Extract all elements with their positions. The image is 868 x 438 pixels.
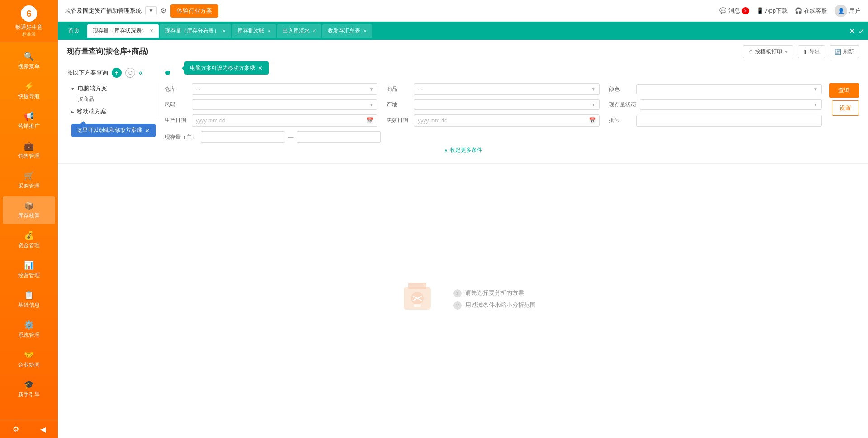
filter-production-date: 生产日期 yyyy-mm-dd 📅 <box>165 114 377 127</box>
warehouse-select[interactable]: ··· ▼ <box>192 83 377 95</box>
sidebar-item-system[interactable]: ⚙️ 系统管理 <box>3 316 55 344</box>
search-icon: 🔍 <box>24 52 34 61</box>
sidebar-item-search[interactable]: 🔍 搜索菜单 <box>3 47 55 75</box>
filter-body: ▼ 电脑端方案 按商品 ▶ 移动端方案 这里可以创建和修改方案哦 ✕ <box>67 83 859 143</box>
tooltip-close-icon[interactable]: ✕ <box>145 127 150 134</box>
tab-close-icon[interactable]: ✕ <box>312 28 316 33</box>
collapse-conditions-btn[interactable]: ∧ 收起更多条件 <box>67 143 859 158</box>
trial-btn[interactable]: 体验行业方案 <box>170 4 218 18</box>
tab-inventory-dist[interactable]: 现存量（库存分布表） ✕ <box>160 24 231 38</box>
batch-input[interactable] <box>636 115 822 127</box>
collapse-label: 收起更多条件 <box>450 146 482 154</box>
scheme-label: 移动端方案 <box>77 108 106 116</box>
tab-inventory-status[interactable]: 现存量（库存状况表） ✕ <box>87 24 159 38</box>
tooltip-text: 电脑方案可设为移动方案哦 <box>190 64 255 72</box>
sidebar-item-marketing[interactable]: 📢 营销推广 <box>3 107 55 135</box>
sidebar-item-quick[interactable]: ⚡ 快捷导航 <box>3 77 55 105</box>
topbar-gear-icon[interactable]: ⚙ <box>160 6 167 15</box>
maximize-icon[interactable]: ⤢ <box>859 27 864 35</box>
sidebar-item-purchase[interactable]: 🛒 采购管理 <box>3 166 55 194</box>
content-area: 现存量查询(按仓库+商品) 🖨 按模板打印 ▼ ⬆ 导出 🔄 刷新 <box>58 40 868 438</box>
tab-close-icon[interactable]: ✕ <box>150 28 153 33</box>
tab-close-icon[interactable]: ✕ <box>222 28 226 33</box>
print-btn[interactable]: 🖨 按模板打印 ▼ <box>743 45 793 58</box>
goods-label: 商品 <box>387 85 410 93</box>
sidebar-item-enterprise[interactable]: 🤝 企业协同 <box>3 345 55 373</box>
sidebar-item-label: 企业协同 <box>18 361 40 369</box>
add-scheme-btn[interactable]: + <box>112 68 122 78</box>
sidebar-item-inventory[interactable]: 📦 库存核算 <box>3 196 55 224</box>
logo-text: 畅通好生意 <box>15 24 42 31</box>
tab-in-out-flow[interactable]: 出入库流水 ✕ <box>277 24 321 38</box>
quick-icon: ⚡ <box>24 81 34 91</box>
close-tab-icon[interactable]: ✕ <box>849 27 855 35</box>
query-btn[interactable]: 查询 <box>829 83 859 98</box>
stock-qty-min[interactable] <box>201 131 285 143</box>
topbar-right: 💬 消息 9 📱 App下载 🎧 在线客服 👤 用户 <box>719 5 861 17</box>
warehouse-dots: ··· <box>196 86 200 92</box>
sidebar-item-sales[interactable]: 💼 销售管理 <box>3 137 55 165</box>
sidebar-item-label: 营销推广 <box>18 122 40 130</box>
origin-select[interactable]: ▼ <box>414 99 599 110</box>
basic-icon: 📋 <box>24 290 34 300</box>
print-arrow-icon: ▼ <box>784 49 788 54</box>
scheme-mobile[interactable]: ▶ 移动端方案 <box>67 106 153 117</box>
scheme-label: 电脑端方案 <box>78 85 107 93</box>
operation-icon: 📊 <box>24 260 34 270</box>
sidebar-item-basic[interactable]: 📋 基础信息 <box>3 286 55 314</box>
stock-qty-max[interactable] <box>297 131 381 143</box>
page-title: 现存量查询(按仓库+商品) <box>67 47 148 57</box>
sidebar-item-label: 系统管理 <box>18 331 40 339</box>
batch-label: 批号 <box>609 117 632 124</box>
sync-scheme-btn[interactable]: ↺ <box>125 68 135 78</box>
collapse-up-icon: ∧ <box>444 147 448 154</box>
range-dash: — <box>288 134 294 141</box>
scheme-sub-item[interactable]: 按商品 <box>67 94 153 104</box>
app-download-btn[interactable]: 📱 App下载 <box>756 7 788 15</box>
sidebar-item-label: 搜索菜单 <box>18 63 40 71</box>
refresh-btn[interactable]: 🔄 刷新 <box>830 45 859 58</box>
tab-label: 收发存汇总表 <box>328 27 360 35</box>
sidebar-item-label: 基础信息 <box>18 301 40 309</box>
support-btn[interactable]: 🎧 在线客服 <box>795 7 827 15</box>
filter-batch: 批号 <box>609 114 822 127</box>
stock-status-select[interactable]: ▼ <box>640 99 822 110</box>
sidebar-item-guide[interactable]: 🎓 新手引导 <box>3 375 55 403</box>
stock-status-label: 现存量状态 <box>609 101 636 108</box>
sidebar-item-finance[interactable]: 💰 资金管理 <box>3 226 55 254</box>
arrow-scheme-btn[interactable]: « <box>139 69 143 77</box>
system-dropdown-btn[interactable]: ▼ <box>145 6 157 15</box>
message-btn[interactable]: 💬 消息 9 <box>719 7 749 15</box>
sidebar-item-operation[interactable]: 📊 经营管理 <box>3 256 55 284</box>
empty-illustration <box>390 269 444 333</box>
expiry-date-label: 失效日期 <box>387 117 410 124</box>
stock-qty-label: 现存量（主） <box>165 133 197 141</box>
production-date-input[interactable]: yyyy-mm-dd 📅 <box>192 114 377 127</box>
tab-home[interactable]: 首页 <box>61 24 86 38</box>
setting-btn[interactable]: 设置 <box>832 100 859 116</box>
warehouse-label: 仓库 <box>165 85 188 93</box>
size-select[interactable]: ▼ <box>192 99 377 110</box>
settings-bottom-btn[interactable]: ⚙ <box>13 425 19 433</box>
connector-dot <box>165 71 170 75</box>
filter-warehouse: 仓库 ··· ▼ <box>165 83 377 95</box>
app-label: App下载 <box>765 7 788 15</box>
tab-close-icon[interactable]: ✕ <box>363 28 367 33</box>
tab-batch-account[interactable]: 库存批次账 ✕ <box>232 24 276 38</box>
tooltip-text: 这里可以创建和修改方案哦 <box>77 127 142 134</box>
export-btn[interactable]: ⬆ 导出 <box>798 45 825 58</box>
step-num-2: 2 <box>453 301 462 310</box>
color-select[interactable]: ▼ <box>636 84 822 94</box>
tab-close-icon[interactable]: ✕ <box>267 28 271 33</box>
collapse-btn[interactable]: ◀ <box>40 425 46 433</box>
create-tooltip: 这里可以创建和修改方案哦 ✕ <box>71 124 156 137</box>
tab-label: 现存量（库存分布表） <box>165 27 219 35</box>
sales-icon: 💼 <box>24 141 34 151</box>
goods-select[interactable]: ··· ▼ <box>414 83 599 95</box>
scheme-pc[interactable]: ▼ 电脑端方案 <box>67 83 153 94</box>
marketing-icon: 📢 <box>24 111 34 121</box>
tab-receive-send[interactable]: 收发存汇总表 ✕ <box>322 24 372 38</box>
tooltip-close-icon[interactable]: ✕ <box>258 65 263 72</box>
expiry-date-input[interactable]: yyyy-mm-dd 📅 <box>414 114 599 127</box>
user-menu[interactable]: 👤 用户 <box>835 5 861 17</box>
